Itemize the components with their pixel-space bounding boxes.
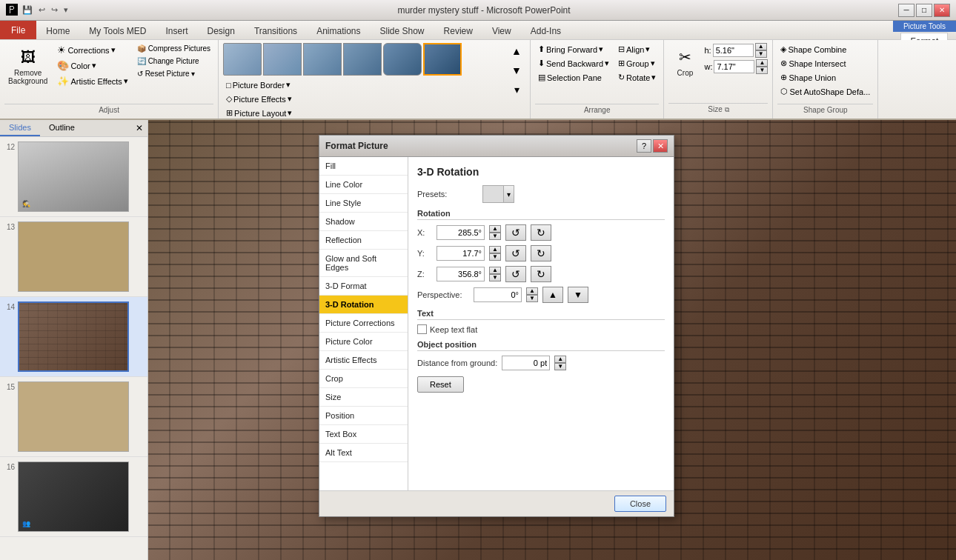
set-autoshape-button[interactable]: ⬡ Set AutoShape Defa... xyxy=(777,85,873,98)
gallery-scroll-down[interactable]: ▼ xyxy=(508,62,525,79)
nav-picture-corrections[interactable]: Picture Corrections xyxy=(319,314,408,333)
style-3[interactable] xyxy=(303,43,342,76)
dialog-help-button[interactable]: ? xyxy=(637,139,651,153)
undo-icon[interactable]: ↩ xyxy=(37,5,47,15)
nav-position[interactable]: Position xyxy=(319,407,408,425)
color-button[interactable]: 🎨 Color ▾ xyxy=(54,59,130,73)
artistic-arrow[interactable]: ▾ xyxy=(124,76,128,86)
corrections-button[interactable]: ☀ Corrections ▾ xyxy=(54,43,130,57)
layout-arrow[interactable]: ▾ xyxy=(288,108,292,118)
perspective-input[interactable] xyxy=(474,287,522,302)
reset-picture-button[interactable]: ↺ Reset Picture ▾ xyxy=(134,68,213,79)
perspective-up-button[interactable]: ▲ xyxy=(542,287,563,303)
style-5[interactable] xyxy=(383,43,422,76)
shape-combine-button[interactable]: ◈ Shape Combine xyxy=(777,43,849,56)
tab-home[interactable]: Home xyxy=(36,22,79,39)
nav-line-color[interactable]: Line Color xyxy=(319,176,408,194)
redo-icon[interactable]: ↪ xyxy=(50,5,59,15)
style-2[interactable] xyxy=(263,43,302,76)
rotate-arrow[interactable]: ▾ xyxy=(651,73,656,82)
nav-3d-rotation[interactable]: 3-D Rotation xyxy=(319,296,408,314)
slide-thumb-16[interactable]: 16 👥 xyxy=(0,457,147,537)
maximize-button[interactable]: □ xyxy=(916,4,932,17)
width-spin-up[interactable]: ▲ xyxy=(756,59,768,67)
group-arrow[interactable]: ▾ xyxy=(651,59,655,68)
picture-border-button[interactable]: □ Picture Border ▾ xyxy=(223,79,505,91)
distance-input[interactable] xyxy=(502,356,550,370)
selection-pane-button[interactable]: ▤ Selection Pane xyxy=(535,71,612,84)
height-spin-down[interactable]: ▼ xyxy=(755,50,767,58)
x-spin-up[interactable]: ▲ xyxy=(489,225,501,233)
tab-insert[interactable]: Insert xyxy=(156,22,198,39)
height-spin-up[interactable]: ▲ xyxy=(755,43,767,50)
slides-tab[interactable]: Slides xyxy=(0,120,40,136)
minimize-button[interactable]: ─ xyxy=(898,4,914,17)
group-button[interactable]: ⊞ Group ▾ xyxy=(615,57,659,70)
nav-line-style[interactable]: Line Style xyxy=(319,194,408,213)
nav-artistic-effects[interactable]: Artistic Effects xyxy=(319,351,408,370)
outline-tab[interactable]: Outline xyxy=(40,120,84,136)
gallery-scroll-up[interactable]: ▲ xyxy=(508,43,525,59)
size-dialog-launcher[interactable]: ⧉ xyxy=(725,106,729,113)
perspective-down-button[interactable]: ▼ xyxy=(568,287,588,303)
keep-flat-checkbox[interactable] xyxy=(417,324,427,334)
nav-reflection[interactable]: Reflection xyxy=(319,231,408,250)
presets-dropdown[interactable]: ▾ xyxy=(482,185,514,203)
picture-layout-button[interactable]: ⊞ Picture Layout ▾ xyxy=(223,107,505,119)
shape-union-button[interactable]: ⊕ Shape Union xyxy=(777,71,839,84)
nav-shadow[interactable]: Shadow xyxy=(319,213,408,231)
send-backward-button[interactable]: ⬇ Send Backward ▾ xyxy=(535,57,612,70)
align-arrow[interactable]: ▾ xyxy=(645,44,650,54)
border-arrow[interactable]: ▾ xyxy=(286,80,291,90)
tab-slideshow[interactable]: Slide Show xyxy=(371,22,434,39)
color-arrow[interactable]: ▾ xyxy=(92,61,96,70)
x-rotate-left-button[interactable]: ↺ xyxy=(505,224,526,241)
tab-my-tools[interactable]: My Tools MED xyxy=(79,22,156,39)
style-6[interactable] xyxy=(423,43,462,76)
change-picture-button[interactable]: 🔄 Change Picture xyxy=(134,56,213,67)
z-rotation-input[interactable] xyxy=(436,267,485,281)
tab-transitions[interactable]: Transitions xyxy=(245,22,307,39)
shape-intersect-button[interactable]: ⊗ Shape Intersect xyxy=(777,57,849,70)
customize-qa-icon[interactable]: ▾ xyxy=(62,5,70,15)
panel-close-button[interactable]: ✕ xyxy=(131,120,147,136)
z-spin-down[interactable]: ▼ xyxy=(489,274,501,281)
send-backward-arrow[interactable]: ▾ xyxy=(605,59,609,68)
width-input[interactable] xyxy=(714,60,754,73)
tab-design[interactable]: Design xyxy=(198,22,245,39)
rotate-button[interactable]: ↻ Rotate ▾ xyxy=(615,71,659,84)
close-button[interactable]: ✕ xyxy=(934,4,950,17)
style-1[interactable] xyxy=(223,43,262,76)
z-rotate-cw-button[interactable]: ↻ xyxy=(531,266,551,282)
picture-effects-button[interactable]: ◇ Picture Effects ▾ xyxy=(223,93,505,105)
height-input[interactable] xyxy=(713,44,754,57)
nav-crop[interactable]: Crop xyxy=(319,370,408,388)
distance-spin-down[interactable]: ▼ xyxy=(554,363,566,370)
tab-review[interactable]: Review xyxy=(434,22,482,39)
nav-glow-soft[interactable]: Glow and Soft Edges xyxy=(319,250,408,277)
x-rotation-input[interactable] xyxy=(436,225,485,240)
nav-text-box[interactable]: Text Box xyxy=(319,425,408,444)
y-spin-up[interactable]: ▲ xyxy=(489,246,501,253)
nav-size[interactable]: Size xyxy=(319,388,408,407)
tab-view[interactable]: View xyxy=(482,22,521,39)
dialog-close-x-button[interactable]: ✕ xyxy=(653,139,668,153)
z-spin-up[interactable]: ▲ xyxy=(489,267,501,274)
slide-thumb-13[interactable]: 13 xyxy=(0,217,147,297)
nav-picture-color[interactable]: Picture Color xyxy=(319,333,408,351)
z-rotate-ccw-button[interactable]: ↺ xyxy=(505,266,526,282)
align-button[interactable]: ⊟ Align ▾ xyxy=(615,43,659,56)
dialog-close-button[interactable]: Close xyxy=(614,496,666,512)
preset-arrow-icon[interactable]: ▾ xyxy=(504,186,514,202)
style-4[interactable] xyxy=(343,43,382,76)
slide-thumb-14[interactable]: 14 xyxy=(0,297,147,377)
tab-animations[interactable]: Animations xyxy=(307,22,370,39)
bring-forward-arrow[interactable]: ▾ xyxy=(599,44,603,54)
reset-button[interactable]: Reset xyxy=(417,376,464,393)
y-rotate-left-button[interactable]: ↺ xyxy=(505,245,526,261)
nav-fill[interactable]: Fill xyxy=(319,157,408,176)
perspective-spin-down[interactable]: ▼ xyxy=(526,295,538,302)
x-rotate-right-button[interactable]: ↻ xyxy=(531,224,551,241)
compress-button[interactable]: 📦 Compress Pictures xyxy=(134,43,213,54)
width-spin-down[interactable]: ▼ xyxy=(756,67,768,74)
